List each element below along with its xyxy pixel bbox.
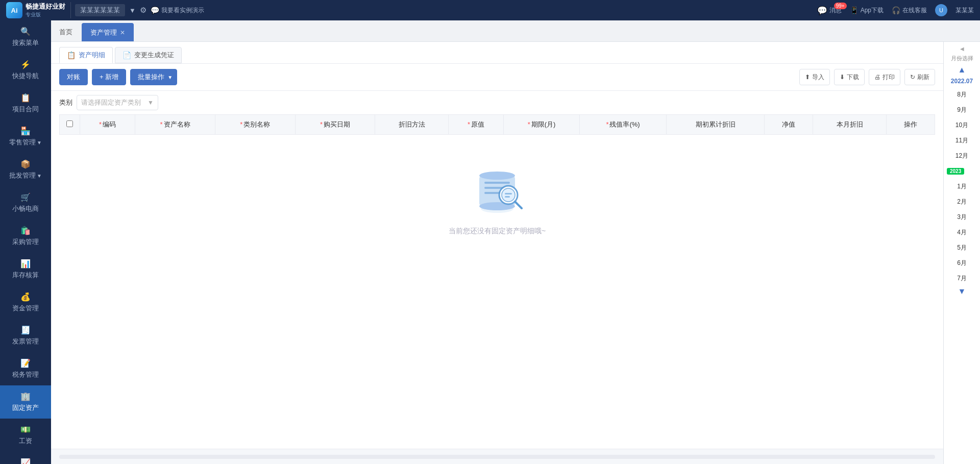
app-edition: 专业版 [26, 11, 65, 18]
bottom-bar [51, 449, 943, 464]
toolbar: 对账 + 新增 批量操作 ▼ ⬆ 导入 [51, 64, 943, 91]
category-filter-placeholder: 请选择固定资产类别 [81, 98, 144, 107]
sub-tab-change-voucher-label: 变更生成凭证 [134, 51, 174, 60]
sidebar-label-quick-nav: 快捷导航 [12, 71, 39, 81]
col-header-residual-rate: *残值率(%) [579, 115, 666, 135]
user-avatar[interactable]: U [935, 4, 947, 16]
refresh-button[interactable]: ↻ 刷新 [904, 69, 935, 85]
sidebar-item-tax[interactable]: 📝 税务管理 [0, 352, 51, 385]
month-item-jun[interactable]: 6月 [949, 256, 975, 270]
top-bar: Ai 畅捷通好业财 专业版 某某某某某某 ▼ ⚙ 💬 我要看实例演示 💬 消息 … [0, 0, 980, 20]
tab-close-icon[interactable]: ✕ [120, 29, 125, 36]
month-item-jan[interactable]: 1月 [949, 179, 975, 193]
app-download-button[interactable]: 📱 App下载 [850, 6, 884, 15]
month-panel-collapse-icon[interactable]: ◀ [960, 46, 964, 52]
demo-link[interactable]: 💬 我要看实例演示 [151, 6, 204, 15]
tax-icon: 📝 [20, 358, 31, 368]
col-header-net-value: 净值 [765, 115, 813, 135]
svg-rect-10 [505, 193, 512, 194]
wholesale-icon: 📦 [20, 159, 31, 169]
sidebar-label-project: 项目合同 [12, 105, 39, 114]
sub-tab-change-voucher[interactable]: 📄 变更生成凭证 [115, 47, 182, 63]
month-item-aug[interactable]: 8月 [949, 87, 975, 102]
sidebar-label-invoice: 发票管理 [12, 337, 39, 346]
sidebar-item-retail[interactable]: 🏪 零售管理 ▼ [0, 120, 51, 153]
sidebar-item-wholesale[interactable]: 📦 批发管理 ▼ [0, 153, 51, 186]
toolbar-right: ⬆ 导入 ⬇ 下载 🖨 打印 ↻ 刷新 [799, 69, 935, 85]
import-icon: ⬆ [805, 74, 810, 81]
quick-nav-icon: ⚡ [20, 60, 31, 69]
filter-label: 类别 [59, 98, 72, 107]
print-icon: 🖨 [874, 74, 880, 81]
change-voucher-tab-icon: 📄 [122, 51, 131, 59]
month-item-sep[interactable]: 9月 [949, 103, 975, 117]
month-item-feb[interactable]: 2月 [949, 194, 975, 209]
col-header-period: *期限(月) [504, 115, 580, 135]
tab-home-label: 首页 [59, 28, 72, 37]
svg-rect-11 [505, 196, 510, 198]
sidebar-item-search[interactable]: 🔍 搜索菜单 [0, 20, 51, 54]
sidebar-item-ecommerce[interactable]: 🛒 小畅电商 [0, 186, 51, 219]
invoice-icon: 🧾 [20, 325, 31, 335]
message-button[interactable]: 💬 消息 99+ [817, 6, 842, 15]
reconcile-button[interactable]: 对账 [59, 69, 88, 85]
col-header-purchase-date: *购买日期 [295, 115, 375, 135]
sidebar-item-quick-nav[interactable]: ⚡ 快捷导航 [0, 54, 51, 87]
month-nav-up[interactable]: ▲ [958, 64, 966, 76]
download-icon: ⬇ [840, 74, 845, 81]
table-container[interactable]: *编码 *资产名称 *类别名称 *购买日期 折旧方法 *原值 *期限(月) *残… [51, 114, 943, 449]
top-bar-left: Ai 畅捷通好业财 专业版 某某某某某某 ▼ ⚙ 💬 我要看实例演示 [6, 2, 812, 18]
batch-button[interactable]: 批量操作 ▼ [130, 69, 177, 85]
asset-table: *编码 *资产名称 *类别名称 *购买日期 折旧方法 *原值 *期限(月) *残… [59, 114, 935, 266]
horizontal-scrollbar[interactable] [59, 455, 935, 459]
wholesale-arrow-icon: ▼ [37, 173, 42, 179]
month-item-nov[interactable]: 11月 [949, 133, 975, 148]
sidebar: 🔍 搜索菜单 ⚡ 快捷导航 📋 项目合同 🏪 零售管理 ▼ 📦 批发管理 ▼ [0, 20, 51, 464]
sidebar-item-payroll[interactable]: 💵 工资 [0, 419, 51, 452]
col-header-depreciation-method: 折旧方法 [375, 115, 449, 135]
col-header-code: *编码 [80, 115, 135, 135]
asset-detail-tab-icon: 📋 [67, 51, 76, 59]
sidebar-item-finance[interactable]: 💰 资金管理 [0, 286, 51, 319]
sub-tab-asset-detail[interactable]: 📋 资产明细 [59, 47, 113, 63]
sidebar-item-project[interactable]: 📋 项目合同 [0, 87, 51, 120]
download-button[interactable]: ⬇ 下载 [834, 69, 865, 85]
sidebar-item-purchase[interactable]: 🛍️ 采购管理 [0, 219, 51, 253]
month-item-mar[interactable]: 3月 [949, 210, 975, 224]
sidebar-label-search: 搜索菜单 [12, 38, 39, 47]
sub-tabs: 📋 资产明细 📄 变更生成凭证 [51, 42, 943, 64]
col-header-monthly-depreciation: 本月折旧 [813, 115, 887, 135]
month-nav-down[interactable]: ▼ [958, 286, 966, 297]
sidebar-item-fixed-assets[interactable]: 🏢 固定资产 [0, 385, 51, 419]
category-filter-select[interactable]: 请选择固定资产类别 ▼ [77, 95, 158, 110]
batch-dropdown-icon: ▼ [167, 75, 173, 80]
fixed-assets-icon: 🏢 [20, 392, 31, 401]
sidebar-label-finance: 资金管理 [12, 304, 39, 313]
sidebar-item-invoice[interactable]: 🧾 发票管理 [0, 319, 51, 352]
sidebar-label-wholesale: 批发管理 [9, 171, 36, 180]
month-item-apr[interactable]: 4月 [949, 225, 975, 239]
settings-icon[interactable]: ⚙ [140, 6, 146, 15]
tab-asset-mgmt[interactable]: 资产管理 ✕ [82, 23, 134, 41]
empty-state: 当前您还没有固定资产明细哦~ [60, 135, 935, 266]
print-button[interactable]: 🖨 打印 [869, 69, 900, 85]
filter-bar: 类别 请选择固定资产类别 ▼ [51, 91, 943, 114]
search-icon: 🔍 [20, 27, 31, 36]
top-bar-right: 💬 消息 99+ 📱 App下载 🎧 在线客服 U 某某某 [817, 4, 974, 16]
month-item-may[interactable]: 5月 [949, 240, 975, 255]
sidebar-label-retail: 零售管理 [9, 138, 36, 147]
sidebar-item-inventory[interactable]: 📊 库存核算 [0, 253, 51, 286]
sidebar-item-operations[interactable]: 📈 经营管理 [0, 452, 51, 464]
add-button[interactable]: + 新增 [92, 69, 126, 85]
company-dropdown-arrow[interactable]: ▼ [129, 7, 136, 14]
tab-home[interactable]: 首页 [51, 23, 81, 41]
month-item-dec[interactable]: 12月 [949, 149, 975, 163]
month-item-jul[interactable]: 7月 [949, 271, 975, 285]
import-button[interactable]: ⬆ 导入 [799, 69, 830, 85]
company-name[interactable]: 某某某某某某 [75, 4, 125, 16]
select-all-checkbox[interactable] [66, 120, 73, 127]
month-item-oct[interactable]: 10月 [949, 118, 975, 132]
sidebar-label-inventory: 库存核算 [12, 271, 39, 280]
customer-service-button[interactable]: 🎧 在线客服 [892, 6, 927, 15]
main-panel: 📋 资产明细 📄 变更生成凭证 对账 + 新增 [51, 42, 943, 464]
